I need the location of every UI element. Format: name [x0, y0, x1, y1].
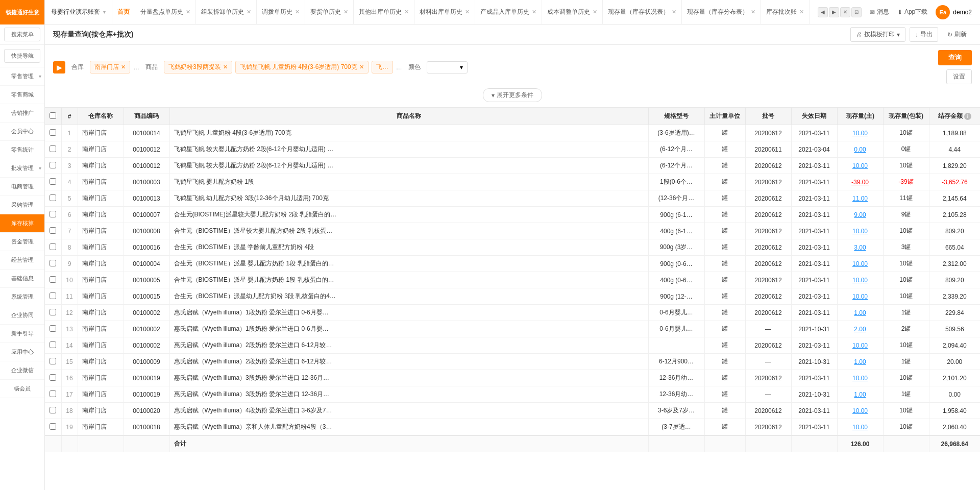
product-more-button[interactable]: …: [396, 64, 402, 71]
cell-checkbox[interactable]: [45, 354, 61, 370]
cell-checkbox[interactable]: [45, 239, 61, 256]
query-button[interactable]: 查询: [938, 50, 972, 65]
app-download-button[interactable]: ⬇ App下载: [897, 8, 927, 16]
cell-checkbox[interactable]: [45, 141, 61, 158]
cell-checkbox[interactable]: [45, 125, 61, 141]
cell-checkbox[interactable]: [45, 256, 61, 272]
sidebar-item-marketing[interactable]: 营销推广: [0, 104, 44, 122]
tab-expand-button[interactable]: ⊡: [851, 7, 862, 17]
select-all-checkbox[interactable]: [50, 112, 56, 119]
cell-checkbox[interactable]: [45, 158, 61, 174]
close-icon[interactable]: ✕: [344, 9, 348, 15]
cell-checkbox[interactable]: [45, 370, 61, 386]
tab-prev-button[interactable]: ◀: [818, 7, 828, 17]
template-print-button[interactable]: 🖨 按模板打印 ▾: [850, 27, 905, 42]
close-icon[interactable]: ✕: [186, 9, 190, 15]
sidebar-item-ops[interactable]: 经营管理: [0, 251, 44, 270]
search-menu-button[interactable]: 搜索菜单: [4, 28, 40, 41]
cell-checkbox[interactable]: [45, 223, 61, 239]
close-icon[interactable]: ✕: [465, 9, 470, 15]
tab-inquiry[interactable]: 调拨单历史 ✕: [257, 0, 305, 24]
tab-other-out[interactable]: 其他出库单历史 ✕: [354, 0, 414, 24]
tab-close-button[interactable]: ✕: [840, 7, 850, 17]
sidebar-item-ecom[interactable]: 电商管理: [0, 178, 44, 196]
tab-batch-ledger[interactable]: 库存批次账 ✕: [761, 0, 810, 24]
cell-stock-main[interactable]: 10.00: [837, 419, 883, 436]
close-icon[interactable]: ✕: [672, 9, 676, 15]
message-button[interactable]: ✉ 消息: [870, 8, 889, 16]
cell-stock-main[interactable]: 9.00: [837, 207, 883, 223]
user-menu[interactable]: Ea demo2: [936, 5, 972, 19]
cell-stock-main[interactable]: 10.00: [837, 288, 883, 305]
sidebar-item-guide[interactable]: 新手引导: [0, 325, 44, 343]
cell-checkbox[interactable]: [45, 305, 61, 321]
sidebar-item-appstore[interactable]: 应用中心: [0, 343, 44, 361]
tab-next-button[interactable]: ▶: [829, 7, 839, 17]
sidebar-item-corp[interactable]: 企业协同: [0, 306, 44, 325]
cell-stock-main[interactable]: 10.00: [837, 125, 883, 141]
close-icon[interactable]: ✕: [223, 64, 228, 70]
industry-selector[interactable]: 母婴行业演示账套 ▾: [45, 0, 112, 24]
sidebar-item-batch[interactable]: 批发管理 ▼: [0, 159, 44, 178]
warehouse-more-button[interactable]: …: [133, 64, 139, 71]
cell-checkbox[interactable]: [45, 190, 61, 207]
tab-product-in[interactable]: 产成品入库单历史 ✕: [475, 0, 542, 24]
cell-stock-main[interactable]: 10.00: [837, 223, 883, 239]
product-tag-3[interactable]: 飞…: [372, 61, 393, 74]
tab-requisition[interactable]: 要货单历史 ✕: [305, 0, 354, 24]
cell-stock-main[interactable]: 1.00: [837, 305, 883, 321]
close-icon[interactable]: ✕: [799, 9, 804, 15]
sidebar-item-purchase[interactable]: 采购管理: [0, 196, 44, 214]
tab-stock-dist[interactable]: 现存量（库存分布表） ✕: [682, 0, 761, 24]
tab-stock-status[interactable]: 现存量（库存状况表） ✕: [603, 0, 682, 24]
cell-checkbox[interactable]: [45, 403, 61, 419]
cell-checkbox[interactable]: [45, 386, 61, 403]
close-icon[interactable]: ✕: [532, 9, 536, 15]
tab-disassemble[interactable]: 组装拆卸单历史 ✕: [196, 0, 257, 24]
export-button[interactable]: ↓ 导出: [910, 27, 938, 42]
close-icon[interactable]: ✕: [359, 64, 364, 70]
close-icon[interactable]: ✕: [295, 9, 300, 15]
sidebar-item-inventory[interactable]: 库存核算: [0, 214, 44, 233]
cell-stock-main[interactable]: 10.00: [837, 337, 883, 354]
tab-home[interactable]: 首页: [112, 0, 135, 24]
sidebar-item-retail[interactable]: 零售管理 ▼: [0, 67, 44, 86]
warehouse-tag-nanan[interactable]: 南岸门店 ✕: [90, 61, 130, 74]
quick-nav-button[interactable]: 快捷导航: [4, 49, 40, 63]
cell-stock-main[interactable]: 2.00: [837, 321, 883, 337]
cell-stock-main[interactable]: 10.00: [837, 256, 883, 272]
cell-checkbox[interactable]: [45, 174, 61, 190]
cell-stock-main[interactable]: -39.00: [837, 174, 883, 190]
cell-stock-main[interactable]: 3.00: [837, 239, 883, 256]
sidebar-item-retail-shop[interactable]: 零售商城: [0, 86, 44, 104]
sidebar-item-basic[interactable]: 基础信息: [0, 270, 44, 288]
sidebar-item-finance[interactable]: 资金管理: [0, 233, 44, 251]
cell-stock-main[interactable]: 10.00: [837, 370, 883, 386]
cell-checkbox[interactable]: [45, 272, 61, 288]
product-tag-2[interactable]: 飞鹤星飞帆 儿童奶粉 4段(3-6岁适用) 700克 ✕: [235, 61, 369, 74]
th-checkbox[interactable]: [45, 108, 61, 125]
cell-stock-main[interactable]: 10.00: [837, 272, 883, 288]
expand-conditions-button[interactable]: ▾ 展开更多条件: [483, 88, 542, 102]
cell-stock-main[interactable]: 10.00: [837, 403, 883, 419]
cell-checkbox[interactable]: [45, 207, 61, 223]
cell-stock-main[interactable]: 1.00: [837, 354, 883, 370]
sidebar-item-retail-stat[interactable]: 零售统计: [0, 141, 44, 159]
tab-material-out[interactable]: 材料出库单历史 ✕: [414, 0, 475, 24]
close-icon[interactable]: ✕: [247, 9, 251, 15]
setting-button[interactable]: 设置: [946, 69, 972, 84]
cell-checkbox[interactable]: [45, 321, 61, 337]
tab-split-inventory[interactable]: 分量盘点单历史 ✕: [135, 0, 196, 24]
cell-checkbox[interactable]: [45, 419, 61, 436]
cell-stock-main[interactable]: 0.00: [837, 141, 883, 158]
filter-expand-arrow[interactable]: ▶: [53, 61, 65, 74]
sidebar-item-vip[interactable]: 畅会员: [0, 380, 44, 398]
close-icon[interactable]: ✕: [751, 9, 755, 15]
cell-checkbox[interactable]: [45, 288, 61, 305]
cell-stock-main[interactable]: 10.00: [837, 158, 883, 174]
cell-checkbox[interactable]: [45, 337, 61, 354]
sidebar-item-member[interactable]: 会员中心: [0, 122, 44, 141]
sidebar-item-wechat[interactable]: 企业微信: [0, 361, 44, 380]
close-icon[interactable]: ✕: [404, 9, 409, 15]
product-tag-1[interactable]: 飞鹤奶粉3段两提装 ✕: [164, 61, 232, 74]
